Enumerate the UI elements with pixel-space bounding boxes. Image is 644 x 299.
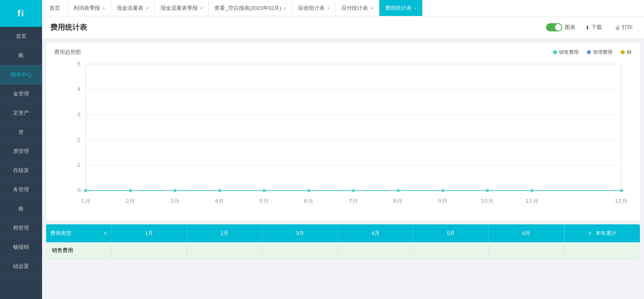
tab-cashflow-quarterly-close[interactable]: ×: [200, 6, 203, 11]
sidebar-item-expense[interactable]: 畅报销: [0, 238, 42, 257]
td-sales-m1: [111, 242, 187, 258]
table-header-row: 费用类型 < 1月 2月 3月 4月: [46, 224, 640, 242]
svg-point-17: [307, 189, 311, 192]
table-row: 销售费用: [46, 242, 640, 259]
chart-toggle[interactable]: [546, 23, 562, 31]
td-sales-m4: [338, 242, 414, 258]
tab-expense-stats-close[interactable]: ×: [414, 6, 417, 11]
sidebar-item-fund-mgmt[interactable]: 金管理: [0, 84, 42, 104]
svg-text:4月: 4月: [215, 198, 225, 204]
sidebar-item-archive[interactable]: 档管理: [0, 219, 42, 238]
tab-expense-stats[interactable]: 费用统计表 ×: [379, 0, 423, 16]
svg-text:6月: 6月: [304, 198, 314, 204]
sidebar-logo: fi: [0, 0, 42, 27]
th-month-6-label: 6月: [522, 230, 530, 237]
chart-canvas: 4 3 2 1 0 5: [54, 60, 632, 212]
chart-section: 费用趋势图 销售费用 管理费用 财: [46, 43, 640, 220]
th-month-2: 2月: [187, 224, 263, 242]
tab-payable[interactable]: 应付统计表 ×: [336, 0, 379, 16]
th-nav-next[interactable]: >: [588, 230, 591, 237]
tab-home-label: 首页: [49, 4, 60, 12]
expense-table: 费用类型 < 1月 2月 3月 4月: [46, 224, 640, 259]
svg-point-22: [530, 189, 534, 192]
tab-profit-quarterly-close[interactable]: ×: [103, 6, 105, 11]
legend-sales-label: 销售费用: [559, 49, 579, 56]
sidebar-item-invoice-mgmt[interactable]: 票管理: [0, 142, 42, 161]
chart-svg: 4 3 2 1 0 5: [54, 60, 632, 211]
tab-profit-quarterly-label: 利润表季报: [74, 4, 100, 12]
svg-point-15: [218, 189, 222, 192]
svg-rect-0: [86, 64, 621, 190]
tab-home[interactable]: 首页: [42, 0, 68, 16]
th-summary-label: 本年累计: [595, 230, 617, 237]
chart-title: 费用趋势图: [54, 49, 81, 56]
svg-point-16: [262, 189, 266, 192]
td-sales-m5: [414, 242, 489, 258]
th-summary: > 本年累计: [564, 224, 640, 242]
tab-bar: 首页 利润表季报 × 现金流量表 × 现金流量表季报 × 查看_空白报表(202…: [42, 0, 644, 16]
td-sales-summary: [565, 242, 640, 258]
legend-sales-dot: [553, 50, 557, 54]
print-button[interactable]: 🖨 打印: [612, 22, 636, 33]
main-area: 首页 利润表季报 × 现金流量表 × 现金流量表季报 × 查看_空白报表(202…: [42, 0, 644, 299]
th-month-5-label: 5月: [447, 230, 455, 237]
td-sales-m6: [489, 242, 565, 258]
sidebar-item-account[interactable]: 账: [0, 46, 42, 65]
tab-cashflow[interactable]: 现金流量表 ×: [111, 0, 154, 16]
svg-point-14: [173, 189, 177, 192]
chart-toggle-wrap: 图表: [546, 23, 575, 31]
td-sales-m2: [187, 242, 263, 258]
td-type-sales-label: 销售费用: [52, 247, 73, 254]
chart-header: 费用趋势图 销售费用 管理费用 财: [54, 49, 632, 56]
chart-toggle-label: 图表: [565, 24, 575, 31]
tab-expense-stats-label: 费用统计表: [385, 4, 412, 12]
sidebar-item-inventory[interactable]: 存核算: [0, 161, 42, 180]
download-button[interactable]: ⬇ 下载: [582, 22, 605, 33]
print-label: 打印: [622, 24, 633, 31]
sidebar-item-home[interactable]: 首页: [0, 27, 42, 46]
sidebar-item-basic-settings[interactable]: 础设置: [0, 257, 42, 276]
svg-text:5月: 5月: [259, 198, 269, 204]
sidebar-item-fixed-assets[interactable]: 定资产: [0, 104, 42, 123]
th-month-2-label: 2月: [221, 230, 229, 237]
svg-point-23: [619, 189, 623, 192]
legend-mgmt-expense: 管理费用: [587, 49, 613, 56]
tab-payable-close[interactable]: ×: [370, 6, 373, 11]
download-icon: ⬇: [585, 24, 590, 31]
svg-point-20: [441, 189, 445, 192]
td-type-sales: 销售费用: [46, 242, 111, 258]
page-content: 费用统计表 图表 ⬇ 下载 🖨 打印: [42, 16, 644, 299]
chart-legend: 销售费用 管理费用 财: [553, 49, 632, 56]
tab-payable-label: 应付统计表: [341, 4, 368, 12]
svg-text:4: 4: [77, 86, 81, 92]
tab-cashflow-close[interactable]: ×: [146, 6, 148, 11]
tab-receivable-close[interactable]: ×: [327, 6, 330, 11]
svg-text:12月: 12月: [615, 198, 628, 204]
tab-receivable[interactable]: 应收统计表 ×: [292, 0, 336, 16]
download-label: 下载: [591, 24, 602, 31]
tab-blank-report-label: 查看_空白报表(2023年02月): [214, 4, 281, 12]
tab-receivable-label: 应收统计表: [298, 4, 325, 12]
svg-point-13: [128, 189, 132, 192]
tab-cashflow-quarterly[interactable]: 现金流量表季报 ×: [155, 0, 209, 16]
legend-finance-expense: 财: [621, 49, 632, 56]
svg-text:1月: 1月: [81, 198, 91, 204]
th-nav-prev[interactable]: <: [104, 230, 107, 237]
th-month-4-label: 4月: [371, 230, 379, 237]
sidebar-item-report-center[interactable]: 报表中心: [0, 65, 42, 84]
page-header: 费用统计表 图表 ⬇ 下载 🖨 打印: [42, 16, 644, 39]
legend-finance-label: 财: [627, 49, 632, 56]
sidebar-item-capital[interactable]: 资: [0, 123, 42, 142]
print-icon: 🖨: [615, 24, 620, 31]
th-month-5: 5月: [413, 224, 489, 242]
tab-blank-report[interactable]: 查看_空白报表(2023年02月) ×: [209, 0, 292, 16]
tab-blank-report-close[interactable]: ×: [284, 6, 286, 11]
page-title: 费用统计表: [50, 22, 87, 32]
legend-sales-expense: 销售费用: [553, 49, 579, 56]
sidebar-item-service-mgmt[interactable]: 务管理: [0, 180, 42, 199]
sidebar-item-ledger[interactable]: 账: [0, 199, 42, 219]
tab-cashflow-label: 现金流量表: [117, 4, 143, 12]
tab-profit-quarterly[interactable]: 利润表季报 ×: [68, 0, 111, 16]
svg-text:2月: 2月: [125, 198, 135, 204]
sidebar: fi 首页 账 报表中心 金管理 定资产 资 票管理 存核算 务管理 账 档管理…: [0, 0, 42, 299]
